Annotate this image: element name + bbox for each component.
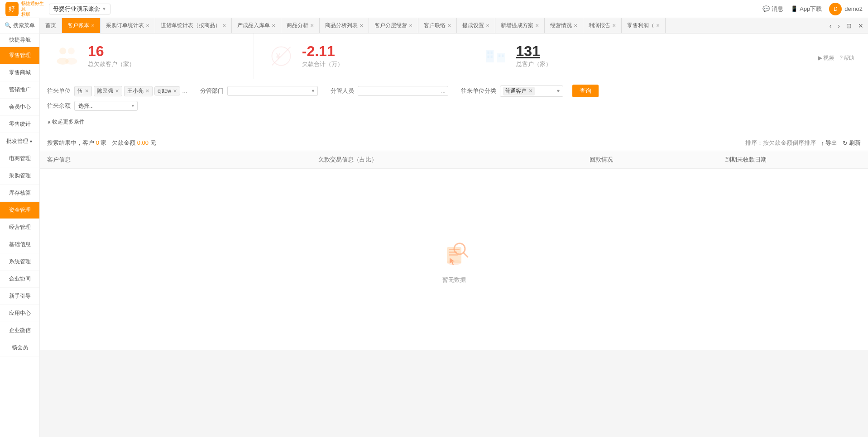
sidebar-item-retail-stats[interactable]: 零售统计 [0, 116, 39, 133]
stat-label-total: 总客户（家） [516, 60, 811, 68]
close-tab-purchase-stats[interactable]: ✕ [222, 23, 226, 28]
tab-retail-profit[interactable]: 零售利润（ ✕ [622, 18, 666, 33]
sidebar-item-ecommerce[interactable]: 电商管理 [0, 150, 39, 167]
svg-rect-10 [490, 52, 492, 54]
stat-label-customers: 总欠款客户（家） [88, 60, 240, 68]
empty-text: 暂无数据 [442, 276, 466, 284]
more-tags-btn[interactable]: … [182, 88, 187, 94]
filter-tag-wu: 伍 ✕ [74, 86, 92, 96]
tab-customer-contact[interactable]: 客户联络 ✕ [418, 18, 457, 33]
sidebar-item-purchase[interactable]: 采购管理 [0, 167, 39, 185]
close-tab-new-promotion[interactable]: ✕ [535, 23, 539, 28]
svg-rect-14 [502, 55, 504, 57]
sidebar-item-vip[interactable]: 畅会员 [0, 339, 39, 356]
svg-rect-19 [449, 254, 458, 256]
tab-bar: 首页 客户账本 ✕ 采购订单统计表 ✕ 进货单统计表（按商品） ✕ 产成品入库单… [40, 18, 868, 33]
remove-tag-wang[interactable]: ✕ [145, 88, 149, 94]
empty-icon [436, 234, 472, 271]
query-button[interactable]: 查询 [572, 85, 599, 97]
sidebar-item-marketing[interactable]: 营销推广 [0, 81, 39, 99]
stat-label-debt: 欠款合计（万） [302, 60, 454, 68]
tab-close-all-btn[interactable]: ✕ [855, 22, 866, 29]
category-input[interactable]: 普通客户 ✕ ▼ [500, 86, 563, 97]
sidebar-item-app-center[interactable]: 应用中心 [0, 305, 39, 322]
tab-purchase-order-stats[interactable]: 采购订单统计表 ✕ [101, 18, 155, 33]
sidebar-item-retail-shop[interactable]: 零售商城 [0, 64, 39, 81]
tab-operation-status[interactable]: 经营情况 ✕ [545, 18, 583, 33]
sidebar-item-batch-mgmt[interactable]: 批发管理 ▼ [0, 133, 39, 150]
sidebar-quick-nav[interactable]: 快捷导航 [0, 33, 39, 47]
top-bar: 好 畅捷通好生意 标版 母婴行业演示账套 ▼ 💬 消息 📱 App下载 D de… [0, 0, 868, 18]
tab-customer-segment[interactable]: 客户分层经营 ✕ [369, 18, 418, 33]
svg-point-3 [65, 58, 77, 65]
avatar: D [829, 3, 842, 15]
svg-point-1 [68, 48, 75, 54]
collapse-btn[interactable]: ∧ 收起更多条件 [47, 116, 861, 128]
close-tab-product-analysis[interactable]: ✕ [310, 23, 314, 28]
person-input[interactable] [358, 86, 448, 96]
close-tab-cost-inbound[interactable]: ✕ [272, 23, 275, 28]
category-select-wrap: 普通客户 ✕ ▼ [500, 86, 563, 97]
logo-text: 畅捷通好生意 标版 [21, 1, 45, 17]
sidebar-item-system[interactable]: 系统管理 [0, 253, 39, 271]
tab-promotion-settings[interactable]: 提成设置 ✕ [457, 18, 495, 33]
sidebar-item-enterprise-wechat[interactable]: 企业微信 [0, 322, 39, 339]
sidebar-item-operations[interactable]: 经营管理 [0, 219, 39, 236]
sidebar-item-finance[interactable]: 资金管理 [0, 202, 39, 219]
sidebar-item-membership[interactable]: 会员中心 [0, 99, 39, 116]
filter-row-2: 往来余额 选择... [47, 101, 861, 111]
tab-new-promotion[interactable]: 新增提成方案 ✕ [495, 18, 545, 33]
svg-rect-13 [499, 55, 500, 57]
remove-customer-type[interactable]: ✕ [528, 88, 533, 94]
person-input-wrap: … [358, 86, 448, 96]
debt-icon: ¥ [268, 43, 295, 70]
tab-home[interactable]: 首页 [40, 18, 62, 33]
close-tab-product-analysis-list[interactable]: ✕ [360, 23, 363, 28]
sidebar-item-enterprise-coop[interactable]: 企业协同 [0, 271, 39, 288]
tab-profit-report[interactable]: 利润报告 ✕ [583, 18, 622, 33]
message-link[interactable]: 💬 消息 [762, 5, 783, 13]
sidebar-item-basic-info[interactable]: 基础信息 [0, 236, 39, 253]
tab-customer-account[interactable]: 客户账本 ✕ [62, 18, 101, 33]
user-info[interactable]: D demo2 [829, 3, 863, 15]
sidebar-item-new-guide[interactable]: 新手引导 [0, 288, 39, 305]
tab-purchase-stats-product[interactable]: 进货单统计表（按商品） ✕ [155, 18, 232, 33]
tab-expand-btn[interactable]: ⊡ [844, 22, 854, 29]
close-tab-customer-account[interactable]: ✕ [91, 23, 95, 28]
filter-area: 往来单位 伍 ✕ 陈民强 ✕ 王小亮 ✕ [40, 79, 868, 135]
close-tab-profit[interactable]: ✕ [612, 23, 616, 28]
refresh-btn[interactable]: ↻ 刷新 [843, 139, 861, 147]
help-link[interactable]: ? 帮助 [839, 54, 854, 62]
remove-tag-chen[interactable]: ✕ [115, 88, 119, 94]
close-tab-operation[interactable]: ✕ [574, 23, 577, 28]
stat-value-debt: -2.11 [302, 44, 454, 58]
stats-row: 16 总欠款客户（家） ¥ -2.11 欠款合计（万） [40, 33, 868, 79]
remove-tag-wu[interactable]: ✕ [85, 88, 89, 94]
tab-cost-inbound[interactable]: 产成品入库单 ✕ [232, 18, 281, 33]
close-tab-customer-contact[interactable]: ✕ [447, 23, 451, 28]
tab-product-analysis[interactable]: 商品分析 ✕ [281, 18, 320, 33]
video-link[interactable]: ▶ 视频 [818, 54, 834, 62]
close-tab-purchase-order[interactable]: ✕ [146, 23, 149, 28]
tab-product-analysis-list[interactable]: 商品分析列表 ✕ [320, 18, 369, 33]
remove-tag-cjttcw[interactable]: ✕ [173, 88, 177, 94]
sidebar-item-inventory[interactable]: 库存核算 [0, 185, 39, 202]
org-name: 母婴行业演示账套 [53, 5, 100, 13]
export-btn[interactable]: ↑ 导出 [821, 139, 838, 147]
category-filter-label: 往来单位分类 [461, 87, 496, 95]
col-repayment: 回款情况 [590, 156, 725, 164]
balance-select[interactable]: 选择... [74, 101, 138, 111]
svg-rect-8 [497, 53, 505, 62]
tab-next-btn[interactable]: › [835, 22, 843, 29]
dept-input[interactable] [227, 86, 318, 96]
close-tab-retail-profit[interactable]: ✕ [656, 23, 660, 28]
app-download-link[interactable]: 📱 App下载 [791, 5, 822, 13]
dept-expand-icon: ▼ [311, 89, 315, 93]
sidebar-item-retail[interactable]: 零售管理 [0, 47, 39, 64]
org-selector[interactable]: 母婴行业演示账套 ▼ [49, 4, 110, 14]
close-tab-promotion[interactable]: ✕ [486, 23, 489, 28]
sidebar-search[interactable]: 🔍 搜索菜单 [0, 18, 39, 33]
close-tab-customer-segment[interactable]: ✕ [409, 23, 412, 28]
tab-prev-btn[interactable]: ‹ [827, 22, 834, 29]
sort-label[interactable]: 排序：按欠款金额倒序排序 [745, 139, 816, 147]
